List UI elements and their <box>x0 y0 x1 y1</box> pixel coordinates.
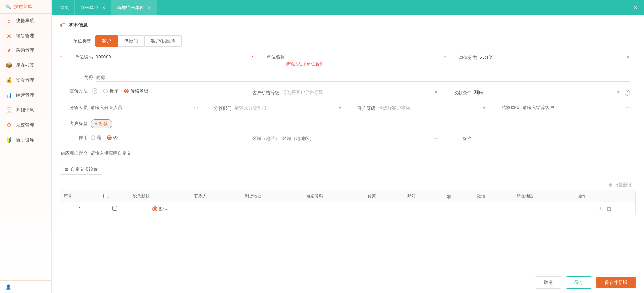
remark-input[interactable] <box>474 135 630 143</box>
finance-icon: 💰 <box>6 77 13 83</box>
sidebar-item-new-guide[interactable]: 🔰新手引导 <box>0 132 51 147</box>
unit-type-label: 单位类型 <box>60 38 91 44</box>
tab-label-new-partner: 新增往来单位 <box>117 5 144 11</box>
region-label: 区域（地区） <box>252 136 280 142</box>
unit-code-label: 单位编码 <box>65 54 93 60</box>
unit-type-btn-customer[interactable]: 客户 <box>95 35 118 47</box>
main-area: 首页往来单位✕新增往来单位✕ ✕ 🏷 基本信息 单位类型 客户供应商客户/供应商… <box>52 0 644 293</box>
manager-extra-btn[interactable]: ··· <box>194 105 198 111</box>
row-delete-btn[interactable]: 🗑 <box>606 205 612 212</box>
unit-code-input[interactable] <box>96 53 246 61</box>
footer: 取消 保存 保存并新增 <box>52 272 644 293</box>
custom-settings-label: 自定义项设置 <box>71 166 98 172</box>
customer-price-arrow: ▼ <box>434 90 438 95</box>
customer-level-label: 客户等级 <box>348 105 376 112</box>
sidebar-item-label-system-mgmt: 系统管理 <box>16 122 34 128</box>
tabbar: 首页往来单位✕新增往来单位✕ ✕ <box>52 0 644 15</box>
tabbar-close-btn[interactable]: ✕ <box>630 5 641 11</box>
row-checkbox[interactable] <box>112 206 117 211</box>
unit-type-btn-both[interactable]: 客户/供应商 <box>144 35 182 47</box>
customer-price-label: 客户价格等级 <box>252 90 280 96</box>
table-row: 1默认 ＋ 🗑 <box>60 202 635 215</box>
radio-no[interactable]: 否 <box>107 135 118 141</box>
sidebar-item-purchase-mgmt[interactable]: 🛍采购管理 <box>0 43 51 58</box>
cancel-button[interactable]: 取消 <box>535 276 561 289</box>
radio-yes[interactable]: 是 <box>91 135 101 141</box>
table-column-header: 微信 <box>473 190 513 202</box>
sidebar-item-operations[interactable]: 📊经营管理 <box>0 88 51 103</box>
unit-type-btn-supplier[interactable]: 供应商 <box>118 35 144 47</box>
custom-settings-btn[interactable]: ⚙ 自定义项设置 <box>60 164 102 175</box>
quick-nav-icon: ⌂ <box>6 18 13 24</box>
tab-new-partner[interactable]: 新增往来单位✕ <box>111 0 157 15</box>
payment-help-icon[interactable]: ? <box>625 90 630 96</box>
table-column-header: 序号 <box>60 190 100 202</box>
row-add-btn[interactable]: ＋ <box>598 205 603 212</box>
purchase-mgmt-icon: 🛍 <box>6 47 13 54</box>
table-column-header: 操作 <box>574 190 635 202</box>
section-title: 🏷 基本信息 <box>60 22 636 29</box>
table-column-header: 所在地区 <box>513 190 574 202</box>
radio-discount[interactable]: 折扣 <box>103 88 118 94</box>
sidebar-search[interactable]: 🔍 搜索菜单 <box>0 0 51 14</box>
save-button[interactable]: 保存 <box>566 276 592 289</box>
region-extra-btn[interactable]: ··· <box>433 136 438 142</box>
manager-input[interactable] <box>91 104 189 112</box>
payment-terms-arrow: ▼ <box>616 90 620 95</box>
basic-info-icon: 📋 <box>6 107 13 113</box>
settings-icon: ⚙ <box>64 167 69 172</box>
dept-select[interactable]: 请输入分管部门 ▼ <box>235 104 343 113</box>
radio-yes-label: 是 <box>97 135 101 141</box>
batch-delete-btn[interactable]: 🗑 批量删除 <box>608 182 632 188</box>
tab-home[interactable]: 首页 <box>54 0 75 15</box>
form-row-manager: 分管人员 ··· 分管部门 请输入分管部门 ▼ 客户等级 请选择客户等级 ▼ 结… <box>60 104 636 113</box>
disabled-radio-group: 是 否 <box>91 135 118 141</box>
sidebar: 🔍 搜索菜单 ⌂快捷导航◎销售管理🛍采购管理📦库存核算💰资金管理📊经营管理📋基础… <box>0 0 52 293</box>
unit-type-row: 单位类型 客户供应商客户/供应商 <box>60 35 636 47</box>
cell-qq <box>443 202 473 215</box>
sidebar-item-sales-mgmt[interactable]: ◎销售管理 <box>0 28 51 43</box>
field-unit-name-wrap: * 单位名称 请输入往来单位名称 <box>252 53 438 67</box>
settlement-input[interactable] <box>523 104 621 112</box>
operations-icon: 📊 <box>6 92 13 98</box>
sidebar-bottom-user[interactable]: 👤 <box>0 281 51 293</box>
tab-partners[interactable]: 往来单位✕ <box>75 0 111 15</box>
add-tag-btn[interactable]: + 标签 <box>91 119 112 128</box>
search-icon: 🔍 <box>6 4 11 9</box>
system-mgmt-icon: ⚙ <box>6 122 13 128</box>
payment-terms-select[interactable]: 现结 ▼ <box>474 88 620 97</box>
table-column-header: 设为默认 <box>129 190 191 202</box>
radio-no-circle <box>107 135 112 140</box>
sidebar-item-finance[interactable]: 💰资金管理 <box>0 73 51 88</box>
cell-联系人 <box>191 202 241 215</box>
customer-tag-label: 客户标签 <box>60 121 88 127</box>
cell-电话号码 <box>303 202 364 215</box>
sidebar-item-inventory[interactable]: 📦库存核算 <box>0 58 51 73</box>
sidebar-item-system-mgmt[interactable]: ⚙系统管理 <box>0 117 51 132</box>
batch-delete-icon: 🗑 <box>608 182 613 188</box>
form-row-disabled: 停用 是 否 区域（地区） ··· <box>60 135 636 143</box>
cell-index: 1 <box>60 202 100 215</box>
radio-grade[interactable]: 价格等级 <box>124 88 148 94</box>
customer-level-select[interactable]: 请选择客户等级 ▼ <box>378 104 486 113</box>
customer-price-select[interactable]: 请选择客户价格等级 ▼ <box>282 88 438 97</box>
unit-name-input[interactable] <box>288 53 432 61</box>
new-guide-icon: 🔰 <box>6 137 13 143</box>
sidebar-item-quick-nav[interactable]: ⌂快捷导航 <box>0 14 51 28</box>
default-radio[interactable] <box>152 206 157 211</box>
tab-close-new-partner[interactable]: ✕ <box>148 5 151 10</box>
pricing-help-icon[interactable]: ? <box>92 88 97 94</box>
field-supplier-custom: 供应商自定义 <box>60 149 630 157</box>
sidebar-item-basic-info[interactable]: 📋基础信息 <box>0 103 51 117</box>
sidebar-item-label-inventory: 库存核算 <box>16 62 34 68</box>
supplier-custom-input[interactable] <box>91 149 630 157</box>
field-unit-name: * 单位名称 <box>252 53 432 61</box>
save-add-button[interactable]: 保存并新增 <box>596 277 636 288</box>
settlement-extra-btn[interactable]: ··· <box>626 105 630 111</box>
unit-category-select[interactable]: 未分类 ▼ <box>480 53 630 62</box>
region-input[interactable] <box>282 135 429 143</box>
abbr-input[interactable] <box>96 73 630 82</box>
tab-close-partners[interactable]: ✕ <box>102 5 105 10</box>
cell-到货地址 <box>241 202 303 215</box>
table-select-all[interactable] <box>103 194 108 198</box>
